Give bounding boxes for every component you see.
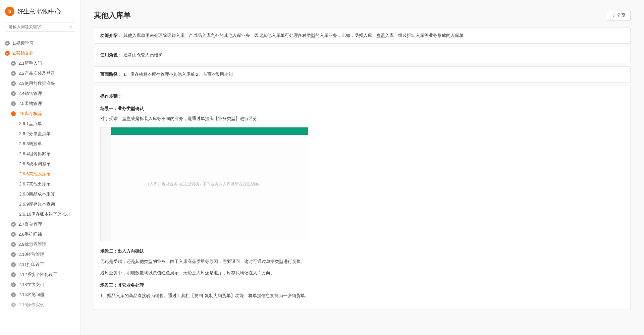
nav-video[interactable]: +1.视频学习 (5, 38, 75, 48)
scene2-p2: 退库业务中，明细数量均以负值红色展示。无论是入库还是退库，库存账均记在入库方向。 (100, 269, 624, 277)
scene3-p1: 1、赠品入库的商品直接转为销售。通过工具栏【复制-复制为销货单】功能，将单据信息… (100, 292, 624, 300)
nav-2-5[interactable]: +2.5采购管理 (5, 99, 75, 109)
scene1-title: 场景一：业务类型确认 (100, 105, 624, 113)
nav-label: 2.10经营管理 (18, 250, 44, 259)
minus-icon: − (5, 51, 10, 56)
nav-2-6-1[interactable]: 2.6.1盘点单 (5, 119, 75, 129)
nav-2-6-9[interactable]: 2.6.9库存账本查询 (5, 199, 75, 209)
nav-2-6-5[interactable]: 2.6.5成本调整单 (5, 159, 75, 169)
sidebar-header: b 好生意 帮助中心 (5, 7, 75, 16)
intro-box: 功能介绍： 其他入库单用来处理除采购入库、产成品入库之外的其他入库业务，因此其他… (94, 27, 631, 44)
nav-label: 2.7资金管理 (18, 220, 42, 229)
nav-2-6-10[interactable]: 2.6.10库存账本错了怎么办 (5, 209, 75, 219)
scene2-p1: 无论是受赠，还是其他类型的业务，由于入库商品质量等原因，需要退回，这时可通过单据… (100, 258, 624, 266)
nav-2-6-4[interactable]: 2.6.4组装拆卸单 (5, 149, 75, 159)
plus-icon: + (11, 81, 16, 86)
nav-2-6[interactable]: −2.6库存核算 (5, 109, 75, 119)
nav-label: 2.1新手入门 (18, 59, 42, 68)
search-input[interactable] (5, 22, 75, 32)
plus-icon: + (5, 41, 10, 46)
page-header: 其他入库单 ⇪ 分享 (94, 10, 631, 21)
role-label: 使用角色： (100, 52, 122, 57)
plus-icon: + (11, 101, 16, 106)
nav-label: 2.11打印设置 (18, 260, 44, 269)
nav-label: 2.12系统个性化设置 (18, 270, 57, 279)
nav-label: 2.13在线支付 (18, 280, 44, 289)
nav-2-6-3[interactable]: 2.6.3调拨单 (5, 139, 75, 149)
search-wrap: ⌕ (5, 22, 75, 32)
nav-2-4[interactable]: +2.4销售管理 (5, 89, 75, 99)
screenshot-image: （入库、退货业务 在这里切换 / 不同业务的入库类型在这里切换） (100, 127, 308, 241)
sidebar: b 好生意 帮助中心 ⌕ +1.视频学习 −2.帮助文档 +2.1新手入门 +2… (0, 0, 80, 335)
plus-icon: + (11, 232, 16, 237)
plus-icon: + (11, 262, 16, 267)
page-title: 其他入库单 (94, 10, 131, 20)
nav-2-2[interactable]: +2.2产品安装及登录 (5, 68, 75, 78)
nav-label: 2.4销售管理 (18, 89, 42, 98)
plus-icon: + (11, 302, 16, 307)
scene3-title: 场景三：其它业务处理 (100, 281, 624, 290)
nav-label: 2.8手机旺铺 (18, 230, 42, 239)
nav-2-6-7[interactable]: 2.6.7其他出库单 (5, 179, 75, 189)
intro-label: 功能介绍： (100, 33, 122, 38)
scene2-title: 场景二：出入方向确认 (100, 247, 624, 256)
content-body: 操作步骤： 场景一：业务类型确认 对于受赠、盘盈或是拆装入库等不同的业务，是通过… (94, 86, 631, 310)
nav-2-10[interactable]: +2.10经营管理 (5, 249, 75, 260)
nav-2-12[interactable]: +2.12系统个性化设置 (5, 270, 75, 280)
plus-icon: + (11, 222, 16, 227)
nav-2-9[interactable]: +2.9优惠券管理 (5, 239, 75, 249)
nav-label: 2.6库存核算 (18, 109, 42, 118)
plus-icon: + (11, 91, 16, 96)
nav-2-6-6[interactable]: 2.6.6其他入库单 (5, 169, 75, 179)
nav-2-3[interactable]: +2.3使用前数据准备 (5, 78, 75, 89)
nav-label: 2.15操作实例 (18, 300, 44, 309)
share-label: 分享 (617, 12, 626, 18)
nav-2-6-8[interactable]: 2.6.8商品成本重算 (5, 189, 75, 199)
role-box: 使用角色： 通常由仓管人员维护 (94, 47, 631, 63)
role-text: 通常由仓管人员维护 (123, 52, 163, 57)
nav-2-6-2[interactable]: 2.6.2分量盘点单 (5, 129, 75, 139)
nav-tree: +1.视频学习 −2.帮助文档 +2.1新手入门 +2.2产品安装及登录 +2.… (5, 38, 75, 310)
path-label: 页面路径： (100, 72, 122, 77)
nav-2-11[interactable]: +2.11打印设置 (5, 260, 75, 270)
plus-icon: + (11, 242, 16, 247)
logo-icon: b (5, 7, 14, 16)
nav-docs[interactable]: −2.帮助文档 (5, 48, 75, 58)
nav-2-13[interactable]: +2.13在线支付 (5, 280, 75, 290)
path-text: 1、库存核算->库存管理->其他入库单 2、首页->常用功能 (123, 72, 233, 77)
plus-icon: + (11, 282, 16, 287)
nav-label: 2.5采购管理 (18, 99, 42, 108)
scene1-text: 对于受赠、盘盈或是拆装入库等不同的业务，是通过单据头【业务类型】进行区分。 (100, 115, 624, 123)
share-icon: ⇪ (612, 13, 615, 18)
search-icon[interactable]: ⌕ (70, 24, 72, 29)
nav-label: 2.帮助文档 (12, 49, 34, 58)
screenshot-hint: （入库、退货业务 在这里切换 / 不同业务的入库类型在这里切换） (146, 180, 263, 188)
nav-label: 1.视频学习 (12, 39, 34, 48)
plus-icon: + (11, 71, 16, 76)
intro-text: 其他入库单用来处理除采购入库、产成品入库之外的其他入库业务，因此其他入库单可处理… (123, 33, 464, 38)
path-box: 页面路径： 1、库存核算->库存管理->其他入库单 2、首页->常用功能 (94, 66, 631, 82)
nav-2-1[interactable]: +2.1新手入门 (5, 58, 75, 68)
share-button[interactable]: ⇪ 分享 (607, 10, 631, 21)
nav-label: 2.9优惠券管理 (18, 240, 46, 249)
nav-2-7[interactable]: +2.7资金管理 (5, 219, 75, 229)
plus-icon: + (11, 292, 16, 297)
plus-icon: + (11, 61, 16, 66)
nav-2-15[interactable]: +2.15操作实例 (5, 300, 75, 310)
site-title: 好生意 帮助中心 (17, 7, 61, 15)
nav-2-14[interactable]: +2.14常见问题 (5, 290, 75, 300)
nav-label: 2.2产品安装及登录 (18, 69, 55, 78)
plus-icon: + (11, 272, 16, 277)
nav-2-8[interactable]: +2.8手机旺铺 (5, 229, 75, 239)
nav-label: 2.14常见问题 (18, 290, 44, 299)
minus-icon: − (11, 111, 16, 116)
steps-label: 操作步骤： (100, 92, 624, 101)
main-content: 其他入库单 ⇪ 分享 功能介绍： 其他入库单用来处理除采购入库、产成品入库之外的… (80, 0, 644, 335)
nav-label: 2.3使用前数据准备 (18, 79, 55, 88)
plus-icon: + (11, 252, 16, 257)
